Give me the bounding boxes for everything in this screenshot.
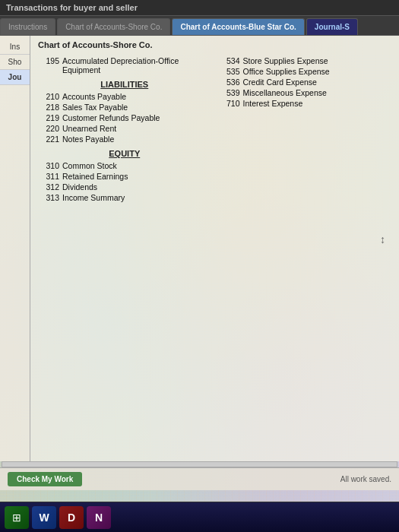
chart-area: Chart of Accounts-Shore Co. 195 Accumula…	[30, 36, 399, 461]
main-content: Ins Sho Jou Chart of Accounts-Shore Co. …	[0, 36, 399, 461]
right-column: 534 Store Supplies Expense 535 Office Su…	[219, 55, 392, 203]
sidebar-item-jou[interactable]: Jou	[0, 70, 30, 85]
tab-bar: Instructions Chart of Accounts-Shore Co.…	[0, 16, 399, 36]
account-row: 220 Unearned Rent	[38, 123, 211, 134]
title-text: Transactions for buyer and seller	[6, 3, 138, 12]
horizontal-scrollbar[interactable]	[2, 461, 397, 467]
account-row: 195 Accumulated Depreciation-Office Equi…	[38, 55, 211, 75]
liabilities-header: LIABILITIES	[38, 75, 211, 91]
taskbar-note-icon[interactable]: N	[87, 506, 111, 529]
account-row: 534 Store Supplies Expense	[219, 55, 392, 66]
account-row: 210 Accounts Payable	[38, 91, 211, 102]
sidebar-item-ins[interactable]: Ins	[0, 40, 30, 55]
tab-chart-blue[interactable]: Chart of Accounts-Blue Star Co.	[172, 18, 304, 35]
tab-journal[interactable]: Journal-S	[306, 18, 358, 35]
account-row: 312 Dividends	[38, 182, 211, 192]
bottom-bar: Check My Work All work saved.	[0, 467, 399, 490]
tab-instructions[interactable]: Instructions	[0, 18, 55, 35]
taskbar-word-icon[interactable]: W	[32, 506, 56, 529]
account-row: 221 Notes Payable	[38, 134, 211, 144]
title-bar: Transactions for buyer and seller	[0, 0, 399, 16]
account-row-credit-card: 536 Credit Card Expense	[219, 77, 392, 87]
chart-title: Chart of Accounts-Shore Co.	[38, 40, 391, 51]
account-row: 310 Common Stock	[38, 160, 211, 171]
content-wrapper: Transactions for buyer and seller Instru…	[0, 0, 399, 532]
taskbar-doc-icon[interactable]: D	[59, 506, 84, 529]
account-row: 218 Sales Tax Payable	[38, 102, 211, 112]
sidebar: Ins Sho Jou	[0, 36, 30, 461]
cursor-indicator: ↕	[380, 233, 385, 245]
equity-header: EQUITY	[38, 144, 211, 160]
sidebar-item-sho[interactable]: Sho	[0, 55, 30, 70]
taskbar-start-button[interactable]: ⊞	[5, 506, 29, 529]
tab-chart-shore[interactable]: Chart of Accounts-Shore Co.	[57, 18, 170, 35]
account-row: 311 Retained Earnings	[38, 171, 211, 182]
account-row: 313 Income Summary	[38, 192, 211, 203]
taskbar: ⊞ W D N	[0, 502, 399, 532]
account-row: 219 Customer Refunds Payable	[38, 112, 211, 123]
accounts-grid: 195 Accumulated Depreciation-Office Equi…	[38, 55, 391, 203]
account-row: 539 Miscellaneous Expense	[219, 87, 392, 98]
saved-status: All work saved.	[340, 475, 391, 483]
check-my-work-button[interactable]: Check My Work	[8, 472, 82, 486]
account-row: 535 Office Supplies Expense	[219, 66, 392, 77]
account-row: 710 Interest Expense	[219, 98, 392, 109]
left-column: 195 Accumulated Depreciation-Office Equi…	[38, 55, 211, 203]
